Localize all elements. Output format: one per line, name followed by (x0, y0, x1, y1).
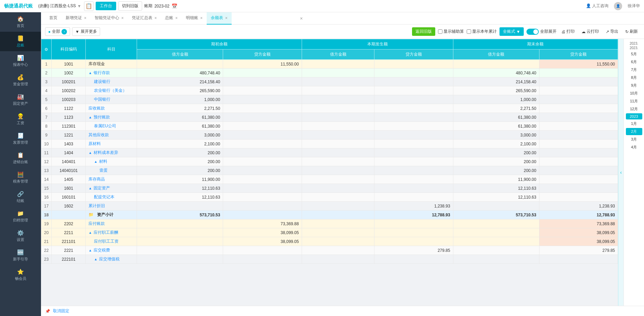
tab-detail-ledger[interactable]: 明细账 × (182, 12, 207, 25)
expand-arrow-icon[interactable]: ▲ (94, 160, 98, 163)
row-name[interactable]: ▲ 材料成本差异 (86, 148, 137, 157)
sidebar-item-vip[interactable]: ⭐ 畅会员 (0, 265, 41, 285)
export-btn[interactable]: ↗ 导出 (604, 28, 620, 35)
month-8[interactable]: 8月 (626, 74, 642, 81)
month-4[interactable]: 4月 (626, 144, 642, 151)
tab-close-all[interactable]: × (300, 16, 303, 21)
subject-link[interactable]: 材料 (99, 159, 107, 164)
subject-link[interactable]: 固定资产 (94, 186, 110, 190)
month-1[interactable]: 1月 (626, 120, 642, 127)
sidebar-item-guide[interactable]: 🆕 新手引导 (0, 246, 41, 265)
subject-link[interactable]: 应付账款 (88, 221, 105, 226)
sidebar-item-closing[interactable]: 🔗 结账 (0, 187, 41, 207)
company-selector[interactable]: (勿删) 江西股垒-LSS ▼ (38, 3, 81, 9)
sidebar-item-ledger[interactable]: 📒 总账 (0, 32, 41, 51)
calendar-icon[interactable]: 📅 (172, 3, 177, 9)
show-year-input[interactable] (467, 29, 471, 34)
sidebar-item-tax[interactable]: 🧮 税务管理 (0, 168, 41, 187)
subject-link[interactable]: 中国银行 (94, 97, 110, 102)
sidebar-item-home[interactable]: 🏠 首页 (0, 12, 41, 32)
expand-arrow-icon[interactable]: ▲ (88, 71, 93, 75)
subject-link[interactable]: 应付职工薪酬 (94, 230, 118, 235)
row-name[interactable]: 应付账款 (86, 219, 137, 228)
sidebar-item-salary[interactable]: 👷 工资 (0, 110, 41, 129)
subject-link[interactable]: 银行存款 (94, 70, 110, 75)
tab-detail-ledger-close[interactable]: × (200, 16, 203, 20)
row-name[interactable]: 库存商品 (86, 175, 137, 184)
row-name[interactable]: 泰属EU公司 (86, 122, 137, 131)
filter-all-btn[interactable]: ● 全部 › (45, 27, 70, 36)
month-3[interactable]: 3月 (626, 136, 642, 143)
subject-link[interactable]: 材料成本差异 (94, 150, 118, 155)
expand-arrow-icon[interactable]: ▲ (88, 186, 93, 190)
th-settings[interactable]: ⚙ (41, 39, 52, 60)
month-10[interactable]: 10月 (626, 90, 642, 97)
expand-more-btn[interactable]: ▼ 展开更多 (72, 27, 100, 36)
subject-link[interactable]: 建设银行 (94, 79, 110, 84)
sidebar-item-reports[interactable]: 📊 报表中心 (0, 51, 41, 71)
cancel-fixed-btn[interactable]: 取消固定 (53, 308, 69, 314)
table-settings-icon[interactable]: ⚙ (44, 47, 48, 52)
subject-link[interactable]: 累计折旧 (88, 203, 105, 208)
row-name[interactable]: 中国银行 (86, 95, 137, 104)
subject-link[interactable]: 预付账款 (94, 115, 110, 119)
row-name[interactable]: 原材料 (86, 140, 137, 148)
return-old-btn[interactable]: 返回旧版 (412, 27, 435, 36)
row-name[interactable]: ▲ 银行存款 (86, 69, 137, 77)
tab-balance-table[interactable]: 余额表 × (207, 12, 232, 25)
subject-link[interactable]: 应交增值税 (99, 257, 120, 261)
month-5[interactable]: 5月 (626, 51, 642, 58)
subject-link[interactable]: 应交税费 (94, 248, 110, 253)
month-6[interactable]: 6月 (626, 58, 642, 66)
sidebar-item-settings[interactable]: ⚙️ 设置 (0, 226, 41, 246)
row-name[interactable]: ▲ 应付职工薪酬 (86, 228, 137, 237)
subject-link[interactable]: 农业银行（美金） (94, 88, 127, 93)
sidebar-item-sales[interactable]: 📋 进销台账 (0, 148, 41, 168)
row-name[interactable]: ▲ 预付账款 (86, 113, 137, 122)
subject-link[interactable]: 配提凭记本 (94, 195, 114, 199)
tab-general-ledger[interactable]: 总账 × (161, 12, 182, 25)
expand-arrow-icon[interactable]: ▲ (88, 231, 93, 234)
expand-all-toggle-switch[interactable] (526, 29, 539, 35)
tab-new-voucher-close[interactable]: × (84, 16, 86, 20)
tab-balance-close[interactable]: × (225, 16, 228, 20)
copy-icon[interactable]: 📋 (84, 1, 94, 11)
show-year-checkbox[interactable]: 显示本年累计 (467, 29, 497, 34)
expand-arrow-icon[interactable]: ▲ (88, 248, 93, 252)
year-2023[interactable]: 2023 (626, 113, 642, 119)
tab-voucher-summary[interactable]: 凭证汇总表 × (128, 12, 161, 25)
expand-arrow-icon[interactable]: ▲ (88, 115, 93, 119)
row-name[interactable]: 其他应收款 (86, 131, 137, 140)
sidebar-item-archive[interactable]: 📁 归档管理 (0, 207, 41, 226)
row-name[interactable]: ▲ 固定资产 (86, 184, 137, 193)
subject-link[interactable]: 应付职工工资 (94, 239, 119, 244)
sidebar-item-capital[interactable]: 💰 资金管理 (0, 71, 41, 90)
expand-arrow-icon[interactable]: ▲ (88, 151, 93, 155)
month-2[interactable]: 2月 (626, 128, 642, 135)
subject-link[interactable]: 其他应收款 (88, 132, 109, 137)
row-name[interactable]: 应收账款 (86, 104, 137, 113)
tab-general-ledger-close[interactable]: × (175, 16, 178, 20)
expand-arrow-icon[interactable]: ▲ (94, 257, 98, 261)
style-btn[interactable]: 全账式 ▼ (499, 27, 524, 36)
cloud-print-btn[interactable]: ☁ 云打印 (579, 28, 601, 35)
month-11[interactable]: 11月 (626, 98, 642, 105)
subject-link[interactable]: 泰属EU公司 (94, 124, 116, 128)
month-9[interactable]: 9月 (626, 82, 642, 89)
print-btn[interactable]: 🖨 打印 (559, 28, 577, 35)
row-name[interactable]: 应付职工工资 (86, 237, 137, 246)
month-12[interactable]: 12月 (626, 105, 642, 113)
row-name[interactable]: 农业银行（美金） (86, 86, 137, 95)
tab-smart-voucher-close[interactable]: × (121, 16, 124, 20)
subject-link[interactable]: 应收账款 (88, 106, 105, 111)
row-name[interactable]: 累计折旧 (86, 202, 137, 211)
tab-voucher-summary-close[interactable]: × (154, 16, 157, 20)
subject-link[interactable]: 库存商品 (88, 177, 105, 182)
row-name[interactable]: ▲ 应交税费 (86, 246, 137, 255)
month-7[interactable]: 7月 (626, 66, 642, 73)
row-name[interactable]: 壹蛋 (86, 166, 137, 175)
show-aux-checkbox[interactable]: 显示辅助算 (438, 29, 464, 34)
row-name[interactable]: 建设银行 (86, 77, 137, 86)
subject-link[interactable]: 壹蛋 (99, 168, 108, 173)
switch-old-button[interactable]: 切到旧版 (118, 1, 142, 11)
